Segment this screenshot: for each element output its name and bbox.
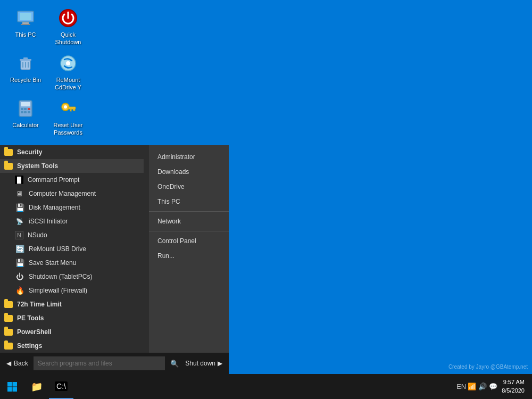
volume-icon[interactable]: 🔊	[477, 374, 488, 399]
recycle-bin-label: Recycle Bin	[10, 76, 41, 84]
shutdown-tablet-label: Shutdown (TabletPCs)	[29, 273, 92, 280]
back-button[interactable]: ◀ Back	[6, 360, 28, 367]
desktop-icon-calculator[interactable]: Calculator	[4, 96, 47, 131]
iscsi-label: iSCSI Initiator	[29, 218, 68, 225]
disk-mgmt-icon: 💾	[15, 203, 24, 212]
language-icon[interactable]: EN	[456, 374, 467, 399]
system-clock[interactable]: 9:57 AM 8/5/2020	[498, 378, 528, 395]
recycle-bin-icon	[15, 53, 36, 74]
menu-item-save-start-menu[interactable]: 💾 Save Start Menu	[0, 256, 144, 270]
menu-item-security[interactable]: Security	[0, 145, 144, 159]
system-tools-label: System Tools	[17, 162, 58, 170]
svg-point-22	[64, 105, 67, 109]
menu-item-nsudo[interactable]: N NSudo	[0, 228, 144, 242]
cmd-label: Command Prompt	[28, 176, 79, 184]
right-item-network[interactable]: Network	[149, 214, 229, 229]
shutdown-label: Shut down	[185, 360, 215, 367]
right-item-onedrive[interactable]: OneDrive	[149, 179, 229, 194]
nsudo-label: NSudo	[28, 231, 47, 239]
desktop-icon-this-pc[interactable]: This PC	[4, 5, 47, 40]
menu-item-command-prompt[interactable]: █ Command Prompt	[0, 173, 144, 187]
save-start-label: Save Start Menu	[29, 259, 76, 267]
right-item-run[interactable]: Run...	[149, 248, 229, 263]
taskbar-cmd[interactable]: C:\	[49, 374, 73, 399]
menu-item-powershell[interactable]: PowerShell	[0, 325, 144, 339]
right-divider-cp	[149, 231, 229, 231]
cmd-icon: █	[15, 176, 23, 184]
reset-passwords-label: Reset User Passwords	[53, 121, 82, 137]
taskbar-tray: EN 📶 🔊 💬 9:57 AM 8/5/2020	[452, 374, 532, 399]
desktop-icon-remount-cddrive[interactable]: ReMount CdDrive Y	[47, 51, 89, 94]
search-input[interactable]	[34, 356, 165, 370]
desktop-icon-quick-shutdown[interactable]: Quick Shutdown	[47, 5, 89, 48]
svg-rect-14	[21, 102, 30, 106]
menu-item-disk-management[interactable]: 💾 Disk Management	[0, 201, 144, 214]
start-menu: Security System Tools █ Command Prompt 🖥…	[0, 145, 229, 374]
right-item-this-pc[interactable]: This PC	[149, 194, 229, 209]
reset-passwords-icon	[57, 98, 79, 119]
remount-usb-label: ReMount USB Drive	[29, 245, 86, 253]
svg-rect-19	[24, 111, 27, 113]
pe-tools-folder-icon	[4, 315, 13, 322]
iscsi-icon: 📡	[15, 217, 24, 226]
security-folder-icon	[4, 149, 13, 156]
start-menu-left: Security System Tools █ Command Prompt 🖥…	[0, 145, 149, 353]
file-explorer-icon: 📁	[31, 381, 43, 393]
taskbar-file-explorer[interactable]: 📁	[24, 374, 49, 399]
administrator-label: Administrator	[157, 153, 195, 161]
quick-shutdown-icon	[57, 7, 79, 29]
disk-mgmt-label: Disk Management	[29, 204, 80, 211]
shutdown-arrow-icon: ▶	[218, 360, 222, 367]
system-tools-folder-icon	[4, 163, 13, 170]
svg-rect-17	[28, 108, 30, 110]
svg-point-12	[66, 61, 70, 65]
svg-rect-29	[13, 387, 18, 392]
svg-rect-16	[24, 108, 27, 110]
settings-folder-icon	[4, 343, 13, 350]
right-divider-network	[149, 211, 229, 212]
search-icon[interactable]: 🔍	[170, 360, 179, 368]
network-tray-icon[interactable]: 📶	[467, 374, 477, 399]
start-button[interactable]	[0, 374, 24, 399]
security-label: Security	[17, 148, 42, 156]
menu-item-system-tools[interactable]: System Tools	[0, 159, 144, 173]
remount-usb-icon: 🔄	[15, 244, 24, 254]
this-pc-icon	[15, 7, 36, 29]
svg-rect-24	[73, 109, 75, 111]
control-panel-label: Control Panel	[157, 237, 196, 245]
notification-icon[interactable]: 💬	[488, 374, 498, 399]
menu-item-pe-tools[interactable]: PE Tools	[0, 311, 144, 325]
menu-item-settings[interactable]: Settings	[0, 339, 144, 353]
clock-time: 9:57 AM	[503, 378, 525, 386]
computer-mgmt-icon: 🖥	[15, 189, 24, 198]
svg-rect-2	[22, 22, 29, 24]
this-pc-right-label: This PC	[157, 198, 180, 205]
start-menu-footer: ◀ Back 🔍 Shut down ▶	[0, 353, 229, 374]
menu-item-iscsi[interactable]: 📡 iSCSI Initiator	[0, 214, 144, 228]
simplewall-label: Simplewall (Firewall)	[29, 287, 87, 294]
right-item-administrator[interactable]: Administrator	[149, 149, 229, 164]
calculator-icon	[15, 98, 36, 119]
shutdown-button[interactable]: Shut down ▶	[185, 360, 222, 367]
start-menu-right: Administrator Downloads OneDrive This PC…	[149, 145, 229, 353]
svg-rect-26	[7, 382, 12, 387]
powershell-label: PowerShell	[17, 328, 52, 336]
menu-item-shutdown-tabletpcs[interactable]: ⏻ Shutdown (TabletPCs)	[0, 270, 144, 284]
svg-rect-23	[68, 107, 76, 109]
taskbar: 📁 C:\ EN 📶 🔊 💬 9:57 AM 8/5/2020	[0, 374, 532, 399]
cmd-taskbar-icon: C:\	[55, 381, 68, 391]
svg-rect-20	[28, 111, 30, 113]
desktop-icon-recycle-bin[interactable]: Recycle Bin	[4, 51, 47, 86]
svg-rect-28	[7, 387, 12, 392]
right-item-control-panel[interactable]: Control Panel	[149, 234, 229, 248]
menu-item-72h[interactable]: 72h Time Limit	[0, 297, 144, 311]
right-item-downloads[interactable]: Downloads	[149, 164, 229, 179]
pe-tools-label: PE Tools	[17, 314, 44, 322]
menu-item-computer-management[interactable]: 🖥 Computer Management	[0, 187, 144, 201]
desktop-icon-reset-passwords[interactable]: Reset User Passwords	[47, 96, 89, 139]
nsudo-icon: N	[15, 231, 23, 239]
shutdown-tablet-icon: ⏻	[15, 272, 24, 281]
menu-item-remount-usb[interactable]: 🔄 ReMount USB Drive	[0, 242, 144, 256]
windows-logo-icon	[7, 381, 18, 392]
menu-item-simplewall[interactable]: 🔥 Simplewall (Firewall)	[0, 284, 144, 297]
